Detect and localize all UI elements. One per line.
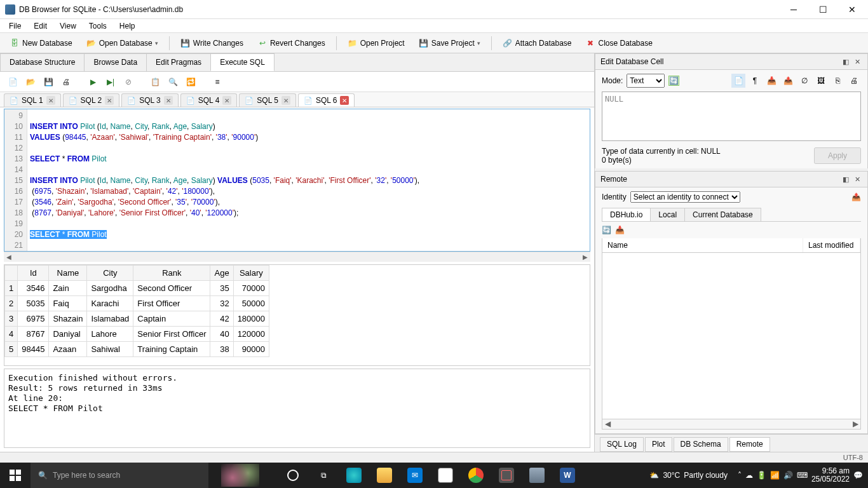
rtl-icon[interactable]: ¶ xyxy=(748,74,762,88)
cortana-icon[interactable] xyxy=(278,463,308,488)
sql-tab-3[interactable]: 📄SQL 3✕ xyxy=(121,93,179,107)
close-window-button[interactable]: ✕ xyxy=(837,0,867,19)
bottom-tab-sql-log[interactable]: SQL Log xyxy=(600,437,644,452)
toolbar-write[interactable]: 💾Write Changes xyxy=(175,36,249,51)
word-icon[interactable]: W xyxy=(553,463,582,488)
toolbar-proj-open[interactable]: 📁Open Project xyxy=(342,36,410,51)
image-icon[interactable]: 🖼 xyxy=(814,74,828,88)
remote-tab-local[interactable]: Local xyxy=(650,208,685,221)
db-browser-icon[interactable] xyxy=(522,463,552,488)
col-id[interactable]: Id xyxy=(18,266,49,281)
identity-select[interactable]: Select an identity to connect xyxy=(630,191,740,203)
print-cell-icon[interactable]: 🖨 xyxy=(847,74,861,88)
close-tab-icon[interactable]: ✕ xyxy=(340,96,349,105)
save-file-icon[interactable]: 💾 xyxy=(41,74,56,90)
close-tab-icon[interactable]: ✕ xyxy=(105,96,114,105)
minimize-button[interactable]: ─ xyxy=(779,0,808,19)
sql-tab-2[interactable]: 📄SQL 2✕ xyxy=(63,93,120,107)
table-row[interactable]: 13546ZainSargodhaSecond Officer3570000 xyxy=(5,281,269,296)
undock-icon[interactable]: ◧ xyxy=(841,57,851,67)
find-icon[interactable]: 🔍 xyxy=(165,74,180,90)
edge-icon[interactable] xyxy=(339,463,369,488)
start-button[interactable] xyxy=(0,463,31,488)
menu-file[interactable]: File xyxy=(3,20,27,32)
remote-hscroll[interactable]: ◀ ▶ xyxy=(602,419,861,430)
save-results-icon[interactable]: 📋 xyxy=(147,74,163,90)
notifications-icon[interactable]: 💬 xyxy=(853,471,863,480)
close-tab-icon[interactable]: ✕ xyxy=(164,96,173,105)
toolbar-proj-save[interactable]: 💾Save Project▾ xyxy=(413,36,486,51)
bottom-tab-remote[interactable]: Remote xyxy=(729,437,770,452)
col-rank[interactable]: Rank xyxy=(133,266,210,281)
db-tab-database-structure[interactable]: Database Structure xyxy=(0,53,85,71)
toolbar-revert[interactable]: ↩Revert Changes xyxy=(252,36,331,51)
indent-icon[interactable]: ≡ xyxy=(210,74,225,90)
db-tab-execute-sql[interactable]: Execute SQL xyxy=(210,53,275,71)
stop-icon[interactable]: ⊘ xyxy=(121,74,136,90)
print-icon[interactable]: 🖨 xyxy=(58,74,74,90)
code-area[interactable]: INSERT INTO Pilot (Id, Name, City, Rank,… xyxy=(27,109,590,251)
refresh-icon[interactable]: 🔄 xyxy=(602,226,611,234)
task-view-icon[interactable]: ⧉ xyxy=(309,463,338,488)
remote-tab-dbhub-io[interactable]: DBHub.io xyxy=(602,208,651,221)
mail-icon[interactable]: ✉ xyxy=(400,463,430,488)
auto-switch-icon[interactable]: 🔄 xyxy=(668,76,679,86)
db-tab-browse-data[interactable]: Browse Data xyxy=(84,53,147,71)
editor-hscroll[interactable]: ◀▶ xyxy=(4,252,590,262)
push-icon[interactable]: 📤 xyxy=(851,193,861,201)
bottom-tab-plot[interactable]: Plot xyxy=(645,437,672,452)
open-file-icon[interactable]: 📂 xyxy=(23,74,38,90)
clock[interactable]: 9:56 am 25/05/2022 xyxy=(811,467,850,484)
mode-select[interactable]: Text xyxy=(627,74,665,88)
sql-editor[interactable]: 9101112131415161718192021 INSERT INTO Pi… xyxy=(4,109,590,252)
explorer-icon[interactable] xyxy=(370,463,399,488)
close-tab-icon[interactable]: ✕ xyxy=(281,96,290,105)
close-panel-icon[interactable]: ✕ xyxy=(852,57,862,67)
toolbar-close[interactable]: ✖Close Database xyxy=(580,36,658,51)
new-tab-icon[interactable]: 📄 xyxy=(5,74,20,90)
taskbar-search[interactable]: 🔍 Type here to search xyxy=(31,463,208,488)
menu-view[interactable]: View xyxy=(53,20,83,32)
close-tab-icon[interactable]: ✕ xyxy=(46,96,55,105)
undock-remote-icon[interactable]: ◧ xyxy=(841,174,851,184)
close-remote-icon[interactable]: ✕ xyxy=(852,174,862,184)
col-name[interactable]: Name xyxy=(49,266,87,281)
table-row[interactable]: 598445AzaanSahiwalTraining Captain389000… xyxy=(5,342,269,357)
null-icon[interactable]: ∅ xyxy=(797,74,811,88)
onedrive-icon[interactable]: ☁ xyxy=(745,471,753,480)
copy-icon[interactable]: ⎘ xyxy=(831,74,844,88)
weather-widget[interactable]: ⛅ 30°C Partly cloudy xyxy=(649,471,728,480)
export-icon[interactable]: 📤 xyxy=(781,74,795,88)
menu-tools[interactable]: Tools xyxy=(83,20,113,32)
maximize-button[interactable]: ☐ xyxy=(808,0,837,19)
sql-tab-5[interactable]: 📄SQL 5✕ xyxy=(239,93,296,107)
col-salary[interactable]: Salary xyxy=(233,266,269,281)
db-tab-edit-pragmas[interactable]: Edit Pragmas xyxy=(146,53,211,71)
menu-edit[interactable]: Edit xyxy=(27,20,53,32)
run-line-icon[interactable]: ▶| xyxy=(103,74,118,90)
tray-chevron-icon[interactable]: ˄ xyxy=(738,471,742,480)
remote-list[interactable] xyxy=(602,253,861,419)
find-replace-icon[interactable]: 🔁 xyxy=(183,74,198,90)
toolbar-db-open[interactable]: 📂Open Database▾ xyxy=(81,36,164,51)
col-age[interactable]: Age xyxy=(210,266,233,281)
results-table[interactable]: IdNameCityRankAgeSalary13546ZainSargodha… xyxy=(4,264,590,366)
sql-tab-1[interactable]: 📄SQL 1✕ xyxy=(4,93,61,107)
clone-icon[interactable]: 📥 xyxy=(615,226,625,234)
toolbar-db-new[interactable]: 🗄New Database xyxy=(4,36,78,51)
table-row[interactable]: 25035FaiqKarachiFirst Officer3250000 xyxy=(5,296,269,311)
bottom-tab-db-schema[interactable]: DB Schema xyxy=(674,437,728,452)
table-row[interactable]: 36975ShazainIslamabadCaptain42180000 xyxy=(5,311,269,327)
store-icon[interactable] xyxy=(431,463,460,488)
wifi-icon[interactable]: 📶 xyxy=(770,471,780,480)
language-icon[interactable]: ⌨ xyxy=(797,471,808,480)
cell-content[interactable]: NULL xyxy=(602,92,861,141)
run-icon[interactable]: ▶ xyxy=(85,74,100,90)
apply-button[interactable]: Apply xyxy=(814,147,861,164)
col-city[interactable]: City xyxy=(87,266,133,281)
table-row[interactable]: 48767DaniyalLahoreSenior First Officer40… xyxy=(5,327,269,342)
snip-icon[interactable] xyxy=(492,463,521,488)
battery-icon[interactable]: 🔋 xyxy=(757,471,766,480)
import-icon[interactable]: 📥 xyxy=(764,74,778,88)
chrome-icon[interactable] xyxy=(461,463,491,488)
